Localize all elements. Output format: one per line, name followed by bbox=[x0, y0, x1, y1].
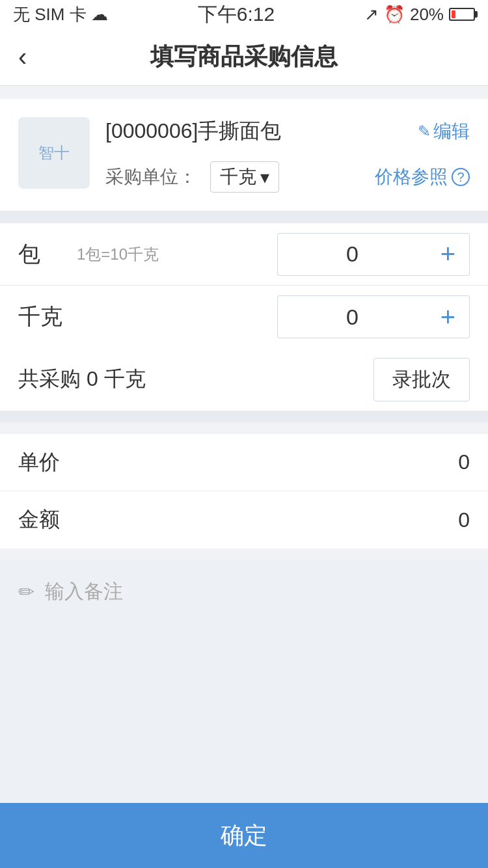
status-bar: 无 SIM 卡 ☁ 下午6:12 ↗ ⏰ 20% bbox=[0, 0, 488, 29]
kg-qty-wrapper: 0 + bbox=[277, 295, 470, 338]
unit-select[interactable]: 千克 ▾ bbox=[210, 161, 279, 193]
price-info-section: 单价 0 金额 0 bbox=[0, 434, 488, 549]
content-area bbox=[0, 623, 488, 832]
product-name: [0000006]手撕面包 bbox=[105, 117, 281, 146]
edit-button[interactable]: ✎ 编辑 bbox=[418, 119, 470, 144]
status-right: ↗ ⏰ 20% bbox=[364, 5, 475, 25]
unit-selector[interactable]: 采购单位： 千克 ▾ bbox=[105, 161, 279, 193]
amount-label: 金额 bbox=[18, 506, 60, 534]
bag-input-row: 包 1包=10千克 0 + bbox=[0, 223, 488, 286]
unit-prefix: 采购单位： bbox=[105, 167, 197, 187]
product-card: 智十 [0000006]手撕面包 ✎ 编辑 采购单位： 千克 ▾ 价格参照 ? bbox=[0, 99, 488, 211]
battery-icon bbox=[449, 8, 475, 21]
bag-qty-wrapper: 0 + bbox=[277, 233, 470, 276]
amount-value: 0 bbox=[458, 508, 470, 532]
status-left: 无 SIM 卡 ☁ bbox=[13, 3, 108, 26]
help-icon: ? bbox=[452, 168, 470, 186]
unit-price-label: 单价 bbox=[18, 448, 60, 477]
status-time: 下午6:12 bbox=[198, 1, 275, 28]
battery-pct: 20% bbox=[410, 5, 444, 25]
kg-qty-value: 0 bbox=[346, 305, 359, 330]
input-section: 包 1包=10千克 0 + 千克 0 + bbox=[0, 223, 488, 348]
unit-value: 千克 bbox=[220, 165, 256, 189]
alarm-icon: ⏰ bbox=[384, 5, 405, 25]
note-section[interactable]: ✏ 输入备注 bbox=[0, 560, 488, 623]
product-unit-row: 采购单位： 千克 ▾ 价格参照 ? bbox=[105, 161, 470, 193]
bag-qty-value: 0 bbox=[346, 241, 359, 267]
bag-sublabel: 1包=10千克 bbox=[77, 244, 159, 265]
price-ref-label: 价格参照 bbox=[375, 165, 448, 189]
unit-price-value: 0 bbox=[458, 450, 470, 474]
location-icon: ↗ bbox=[364, 5, 379, 25]
product-info: [0000006]手撕面包 ✎ 编辑 采购单位： 千克 ▾ 价格参照 ? bbox=[105, 117, 470, 193]
section-divider-1 bbox=[0, 211, 488, 223]
note-input[interactable]: 输入备注 bbox=[45, 578, 123, 605]
unit-price-row: 单价 0 bbox=[0, 434, 488, 491]
product-logo: 智十 bbox=[38, 144, 70, 163]
unit-arrow-icon: ▾ bbox=[260, 167, 269, 188]
bag-qty-input[interactable]: 0 bbox=[277, 233, 427, 276]
kg-plus-button[interactable]: + bbox=[427, 295, 470, 338]
bag-plus-button[interactable]: + bbox=[427, 233, 470, 276]
batch-button[interactable]: 录批次 bbox=[373, 358, 470, 401]
confirm-button[interactable]: 确定 bbox=[0, 803, 488, 868]
kg-input-row: 千克 0 + bbox=[0, 286, 488, 348]
summary-row: 共采购 0 千克 录批次 bbox=[0, 348, 488, 411]
amount-row: 金额 0 bbox=[0, 491, 488, 549]
product-name-row: [0000006]手撕面包 ✎ 编辑 bbox=[105, 117, 470, 146]
summary-text: 共采购 0 千克 bbox=[18, 365, 373, 394]
no-sim-text: 无 SIM 卡 ☁ bbox=[13, 3, 108, 26]
section-divider-2 bbox=[0, 411, 488, 422]
price-ref-button[interactable]: 价格参照 ? bbox=[375, 165, 470, 189]
edit-icon: ✎ bbox=[418, 122, 431, 141]
kg-label: 千克 bbox=[18, 302, 70, 332]
nav-bar: ‹ 填写商品采购信息 bbox=[0, 29, 488, 86]
bag-label: 包 bbox=[18, 239, 70, 269]
edit-label: 编辑 bbox=[433, 119, 470, 144]
kg-qty-input[interactable]: 0 bbox=[277, 295, 427, 338]
back-button[interactable]: ‹ bbox=[18, 42, 27, 72]
product-image: 智十 bbox=[18, 117, 90, 189]
page-title: 填写商品采购信息 bbox=[150, 41, 338, 73]
pencil-icon: ✏ bbox=[18, 580, 34, 603]
confirm-label: 确定 bbox=[221, 820, 267, 852]
